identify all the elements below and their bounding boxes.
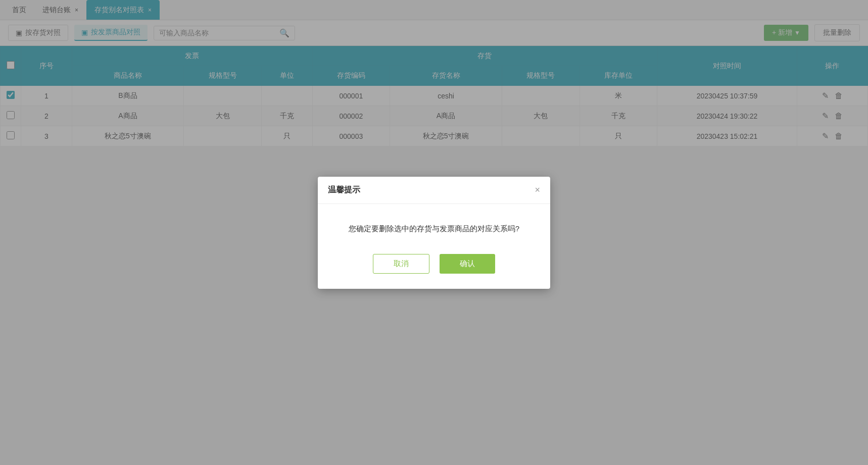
- overlay: 温馨提示 × 您确定要删除选中的存货与发票商品的对应关系吗? 取消 确认: [0, 0, 868, 146]
